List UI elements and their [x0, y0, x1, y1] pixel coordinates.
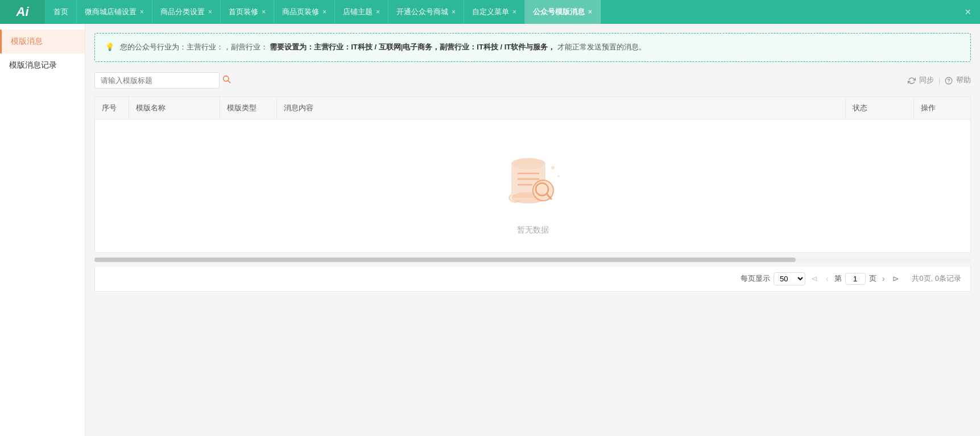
page-prefix: 第: [834, 273, 842, 284]
close-tab-store-theme-button[interactable]: ×: [376, 8, 380, 16]
alert-box: 💡 您的公众号行业为：主营行业：，副营行业： 需要设置为：主营行业：IT科技 /…: [94, 33, 971, 62]
nav-tab-home[interactable]: 首页: [46, 0, 77, 24]
help-button[interactable]: 帮助: [945, 75, 971, 85]
sidebar-items: 模版消息模版消息记录: [0, 30, 85, 77]
col-header-type: 模版类型: [220, 97, 277, 119]
close-tab-category-settings-button[interactable]: ×: [208, 8, 212, 16]
svg-line-1: [228, 81, 230, 83]
col-header-name: 模版名称: [129, 97, 220, 119]
total-info: 共0页, 0条记录: [912, 273, 961, 284]
top-nav: Ai 首页微商城店铺设置×商品分类设置×首页装修×商品页装修×店铺主题×开通公众…: [0, 0, 980, 24]
close-tab-home-decor-button[interactable]: ×: [262, 8, 266, 16]
col-header-index: 序号: [95, 97, 129, 119]
pagination: 每页显示 102050100 ⊲ ‹ 第 页 › ⊳ 共0页, 0条记录: [94, 267, 971, 292]
alert-suffix: 才能正常发送预置的消息。: [557, 43, 646, 51]
search-bar: 同步 | 帮助: [94, 72, 971, 89]
last-page-button[interactable]: ⊳: [890, 273, 902, 284]
empty-text: 暂无数据: [517, 225, 549, 235]
nav-tab-custom-menu[interactable]: 自定义菜单×: [464, 0, 525, 24]
nav-tab-store-theme[interactable]: 店铺主题×: [335, 0, 388, 24]
search-input[interactable]: [94, 72, 220, 89]
main-layout: 模版消息模版消息记录 💡 您的公众号行业为：主营行业：，副营行业： 需要设置为：…: [0, 24, 980, 436]
sync-button[interactable]: 同步: [908, 75, 934, 85]
alert-highlight: 需要设置为：主营行业：IT科技 / 互联网|电子商务，副营行业：IT科技 / I…: [270, 43, 555, 51]
close-tab-custom-menu-button[interactable]: ×: [512, 8, 516, 16]
col-header-status: 状态: [846, 97, 914, 119]
page-size-select[interactable]: 102050100: [774, 272, 805, 285]
close-tab-product-decor-button[interactable]: ×: [322, 8, 326, 16]
svg-point-13: [551, 166, 555, 169]
empty-icon: [499, 148, 567, 216]
nav-tabs: 首页微商城店铺设置×商品分类设置×首页装修×商品页装修×店铺主题×开通公众号商城…: [46, 0, 956, 24]
page-size-label: 每页显示: [741, 273, 770, 284]
nav-tab-open-mall[interactable]: 开通公众号商城×: [388, 0, 464, 24]
alert-prefix: 您的公众号行业为：主营行业：，副营行业：: [120, 43, 268, 51]
horizontal-scrollbar[interactable]: [94, 258, 971, 262]
first-page-button[interactable]: ⊲: [809, 273, 820, 284]
sidebar-item-template-message-record[interactable]: 模版消息记录: [0, 53, 85, 77]
table-header: 序号模版名称模版类型消息内容状态操作: [95, 97, 971, 119]
nav-tab-product-decor[interactable]: 商品页装修×: [274, 0, 335, 24]
nav-tab-home-decor[interactable]: 首页装修×: [221, 0, 274, 24]
sidebar: 模版消息模版消息记录: [0, 24, 85, 436]
content-area: 💡 您的公众号行业为：主营行业：，副营行业： 需要设置为：主营行业：IT科技 /…: [85, 24, 980, 436]
close-tab-template-msg-button[interactable]: ×: [588, 8, 592, 16]
empty-state: 暂无数据: [94, 119, 971, 253]
page-number-input[interactable]: [845, 273, 866, 285]
app-logo: Ai: [0, 0, 46, 24]
nav-tab-template-msg[interactable]: 公众号模版消息×: [525, 0, 601, 24]
close-tab-open-mall-button[interactable]: ×: [452, 8, 456, 16]
prev-page-button[interactable]: ‹: [824, 273, 831, 284]
page-unit: 页: [869, 273, 876, 284]
sync-help-area: 同步 | 帮助: [908, 75, 971, 85]
search-button[interactable]: [222, 74, 231, 86]
sidebar-item-template-message[interactable]: 模版消息: [0, 30, 85, 53]
close-tab-shop-settings-button[interactable]: ×: [140, 8, 144, 16]
data-table: 序号模版名称模版类型消息内容状态操作: [94, 97, 971, 119]
nav-tab-shop-settings[interactable]: 微商城店铺设置×: [77, 0, 152, 24]
svg-point-14: [557, 175, 560, 177]
col-header-action: 操作: [914, 97, 971, 119]
next-page-button[interactable]: ›: [880, 273, 887, 284]
close-all-button[interactable]: ×: [956, 0, 980, 24]
col-header-content: 消息内容: [277, 97, 846, 119]
nav-tab-category-settings[interactable]: 商品分类设置×: [152, 0, 221, 24]
alert-icon: 💡: [105, 43, 114, 51]
